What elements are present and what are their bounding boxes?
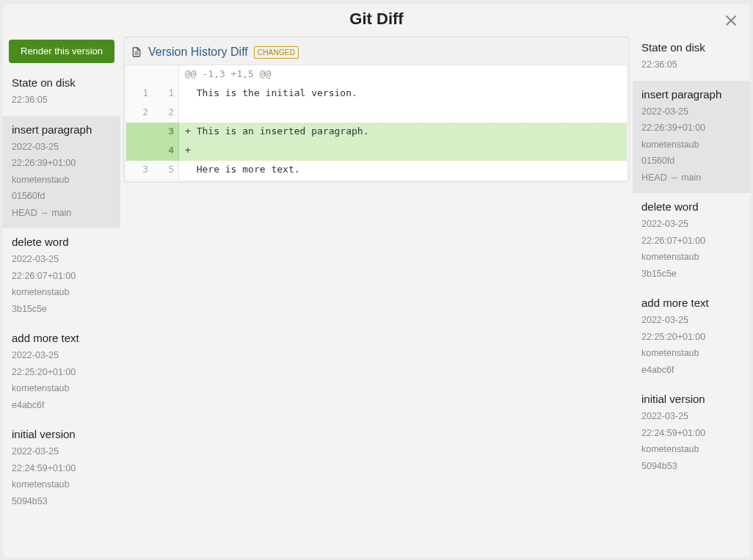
right-version-list: State on disk22:36:05insert paragraph202… [633, 34, 750, 557]
gutter-new: 1 [153, 84, 179, 103]
left-version-item[interactable]: initial version2022-03-2522:24:59+01:00k… [3, 421, 120, 517]
version-meta: kometenstaub [641, 441, 741, 458]
right-version-item[interactable]: State on disk22:36:05 [633, 34, 750, 81]
gutter-old: 3 [126, 161, 153, 180]
close-button[interactable] [722, 12, 740, 29]
version-meta: 01560fd [12, 188, 112, 205]
left-version-item[interactable]: insert paragraph2022-03-2522:26:39+01:00… [3, 116, 120, 229]
version-meta: 22:26:39+01:00 [12, 155, 112, 172]
version-meta: e4abc6f [12, 397, 112, 414]
version-title: initial version [641, 393, 741, 405]
version-meta: 2022-03-25 [12, 139, 112, 156]
left-versions-container: State on disk22:36:05insert paragraph202… [3, 69, 120, 517]
version-meta: kometenstaub [12, 476, 112, 493]
line-content: @@ -1,3 +1,5 @@ [179, 65, 627, 84]
diff-header: Version History Diff CHANGED [126, 40, 627, 65]
version-title: State on disk [12, 76, 112, 89]
version-meta: 2022-03-25 [12, 251, 112, 268]
diff-panel: Version History Diff CHANGED @@ -1,3 +1,… [120, 34, 633, 557]
version-meta: kometenstaub [12, 380, 112, 397]
version-meta: 5094b53 [12, 493, 112, 510]
diff-card: Version History Diff CHANGED @@ -1,3 +1,… [123, 37, 630, 183]
version-meta: 5094b53 [641, 458, 741, 475]
version-meta: kometenstaub [12, 172, 112, 189]
render-version-button[interactable]: Render this version [9, 40, 114, 63]
version-meta: 2022-03-25 [641, 216, 741, 233]
version-meta: HEAD → main [12, 205, 112, 222]
close-icon [724, 13, 738, 28]
version-meta: kometenstaub [641, 249, 741, 266]
version-title: delete word [12, 236, 112, 248]
diff-row-hunk: @@ -1,3 +1,5 @@ [126, 65, 627, 84]
diff-row-ctx: 11 This is the initial version. [126, 84, 627, 103]
left-version-item[interactable]: delete word2022-03-2522:26:07+01:00komet… [3, 228, 120, 324]
line-content: This is the initial version. [179, 84, 627, 103]
version-title: insert paragraph [12, 123, 112, 136]
diff-file-title: Version History Diff [148, 46, 248, 59]
version-meta: 22:26:07+01:00 [12, 268, 112, 285]
left-version-item[interactable]: add more text2022-03-2522:25:20+01:00kom… [3, 324, 120, 421]
version-meta: 01560fd [641, 153, 741, 170]
gutter-new: 4 [153, 142, 179, 161]
diff-row-add: 4+ [126, 142, 627, 161]
gutter-old: 1 [126, 84, 153, 103]
line-content: Here is more text. [179, 161, 627, 180]
gutter-new: 3 [153, 123, 179, 142]
version-meta: 2022-03-25 [12, 443, 112, 460]
version-meta: kometenstaub [12, 284, 112, 301]
version-meta: 22:26:39+01:00 [641, 120, 741, 137]
right-version-item[interactable]: delete word2022-03-2522:26:07+01:00komet… [633, 193, 750, 289]
gutter-old: 2 [126, 103, 153, 123]
version-meta: 2022-03-25 [641, 312, 741, 329]
right-versions-container: State on disk22:36:05insert paragraph202… [633, 34, 750, 481]
version-meta: 22:24:59+01:00 [641, 425, 741, 442]
gutter-old [126, 65, 153, 84]
diff-row-ctx: 22 [126, 103, 627, 123]
version-title: State on disk [641, 41, 741, 54]
right-version-item[interactable]: insert paragraph2022-03-2522:26:39+01:00… [633, 81, 750, 194]
version-meta: HEAD → main [641, 170, 741, 186]
gutter-new: 5 [153, 161, 179, 180]
gutter-old [126, 123, 153, 142]
version-meta: 22:25:20+01:00 [12, 364, 112, 381]
right-version-item[interactable]: initial version2022-03-2522:24:59+01:00k… [633, 385, 750, 481]
modal-header: Git Diff [3, 4, 750, 34]
line-content: + This is an inserted paragraph. [179, 123, 627, 142]
gutter-old [126, 142, 153, 161]
diff-body: @@ -1,3 +1,5 @@11 This is the initial ve… [126, 65, 627, 180]
version-meta: e4abc6f [641, 362, 741, 379]
version-meta: 22:25:20+01:00 [641, 329, 741, 346]
gutter-new: 2 [153, 103, 179, 123]
left-version-item[interactable]: State on disk22:36:05 [3, 69, 120, 116]
file-icon [131, 46, 142, 58]
version-meta: kometenstaub [641, 137, 741, 153]
version-meta: 22:24:59+01:00 [12, 460, 112, 477]
line-content [179, 103, 627, 123]
right-version-item[interactable]: add more text2022-03-2522:25:20+01:00kom… [633, 289, 750, 385]
diff-row-add: 3+ This is an inserted paragraph. [126, 123, 627, 142]
version-title: delete word [641, 200, 741, 213]
version-meta: 2022-03-25 [12, 347, 112, 364]
version-title: add more text [12, 332, 112, 344]
git-diff-modal: Git Diff Render this version State on di… [3, 4, 750, 557]
diff-row-ctx: 35 Here is more text. [126, 161, 627, 180]
version-title: add more text [641, 297, 741, 309]
line-content: + [179, 142, 627, 161]
version-meta: 3b15c5e [641, 266, 741, 283]
version-meta: 2022-03-25 [641, 408, 741, 425]
version-meta: 22:26:07+01:00 [641, 233, 741, 250]
version-meta: 3b15c5e [12, 301, 112, 318]
modal-title: Git Diff [349, 10, 403, 29]
version-meta: kometenstaub [641, 345, 741, 362]
changed-badge: CHANGED [254, 46, 299, 59]
gutter-new [153, 65, 179, 84]
version-title: insert paragraph [641, 88, 741, 101]
version-title: initial version [12, 428, 112, 440]
left-version-list: Render this version State on disk22:36:0… [3, 34, 120, 557]
version-meta: 2022-03-25 [641, 103, 741, 120]
version-meta: 22:36:05 [641, 57, 741, 73]
modal-body: Render this version State on disk22:36:0… [3, 34, 750, 557]
version-meta: 22:36:05 [12, 92, 112, 109]
